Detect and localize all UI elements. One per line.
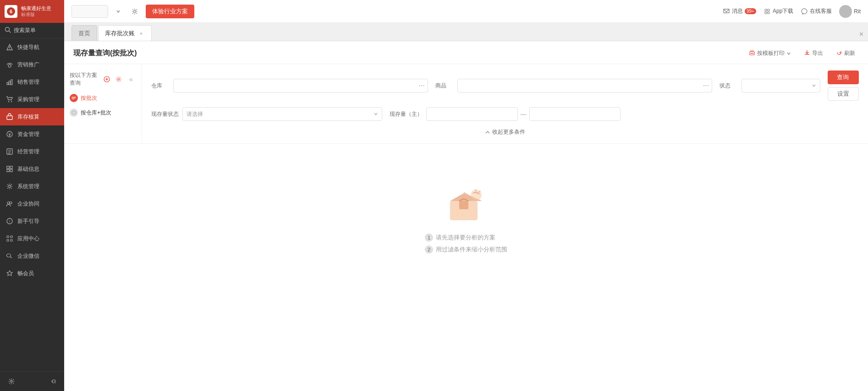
query-button[interactable]: 查询 xyxy=(828,71,859,84)
quick-nav-icon xyxy=(5,43,14,51)
product-input[interactable] xyxy=(461,82,701,89)
product-input-wrapper[interactable]: ··· xyxy=(457,79,712,92)
svg-point-12 xyxy=(11,101,12,102)
refresh-btn[interactable]: 刷新 xyxy=(832,48,859,59)
svg-point-35 xyxy=(11,380,12,382)
export-icon xyxy=(804,49,810,57)
sidebar-item-ops[interactable]: 经营管理 xyxy=(0,143,64,160)
svg-rect-13 xyxy=(7,116,12,119)
system-icon xyxy=(5,182,14,190)
tip-num-1: 1 xyxy=(425,234,433,242)
collapse-sidebar-btn[interactable] xyxy=(47,375,59,387)
sidebar-item-purchase[interactable]: 采购管理 xyxy=(0,91,64,108)
finance-icon: ¥ xyxy=(5,130,14,138)
user-avatar-btn[interactable]: Rit xyxy=(839,5,861,18)
inventory-status-field: 现存量状态 请选择 xyxy=(151,107,382,121)
warehouse-dots-icon[interactable]: ··· xyxy=(419,82,425,89)
wechat-icon xyxy=(5,252,14,260)
tab-home-label: 首页 xyxy=(78,29,90,38)
app-download-btn[interactable]: App下载 xyxy=(764,7,793,15)
sidebar-item-inventory[interactable]: 库存核算 xyxy=(0,108,64,125)
sidebar-item-wechat[interactable]: 企业微信 xyxy=(0,247,64,265)
topbar-dropdown-btn[interactable] xyxy=(113,6,124,17)
scheme-icon-batch xyxy=(70,94,78,102)
warehouse-input-wrapper[interactable]: ··· xyxy=(173,79,428,92)
marketing-icon xyxy=(5,60,14,69)
refresh-icon xyxy=(836,49,842,57)
tip-text-1: 请先选择要分析的方案 xyxy=(436,234,495,242)
newbie-icon: ! xyxy=(5,217,14,225)
tip-text-2: 用过滤条件来缩小分析范围 xyxy=(436,245,507,254)
inventory-status-label: 现存量状态 xyxy=(151,110,179,118)
sidebar-label: 销售管理 xyxy=(17,78,39,86)
tip-num-2: 2 xyxy=(425,245,433,254)
sidebar-item-search[interactable]: 搜索菜单 xyxy=(0,23,64,38)
tab-home[interactable]: 首页 xyxy=(71,25,97,41)
collapse-more-btn[interactable]: 收起更多条件 xyxy=(151,125,859,137)
messages-badge: 99+ xyxy=(745,8,756,14)
sidebar-item-newbie[interactable]: ! 新手引导 xyxy=(0,212,64,230)
status-dropdown[interactable] xyxy=(742,79,820,92)
enterprise-icon xyxy=(5,200,14,208)
sidebar-label: 企业微信 xyxy=(17,252,39,260)
svg-point-37 xyxy=(134,10,136,12)
product-dots-icon[interactable]: ··· xyxy=(703,82,709,89)
export-btn[interactable]: 导出 xyxy=(800,48,827,59)
messages-btn[interactable]: 消息 99+ xyxy=(723,7,756,15)
online-service-label: 在线客服 xyxy=(810,7,832,15)
refresh-label: 刷新 xyxy=(844,49,855,57)
purchase-icon xyxy=(5,95,14,103)
tab-batch-account[interactable]: 库存批次账 × xyxy=(98,25,152,41)
settings-footer-btn[interactable] xyxy=(5,375,17,387)
tabbar: 首页 库存批次账 × × xyxy=(64,23,868,41)
add-scheme-btn[interactable] xyxy=(102,75,111,84)
sidebar-item-quick-nav[interactable]: 快捷导航 xyxy=(0,38,64,56)
collapse-filter-btn[interactable]: « xyxy=(126,74,136,84)
sidebar-footer xyxy=(0,371,64,391)
sidebar-item-marketing[interactable]: 营销推广 xyxy=(0,56,64,73)
page-actions: 按模板打印 导出 刷新 xyxy=(745,48,859,59)
sidebar-item-enterprise[interactable]: 企业协同 xyxy=(0,195,64,212)
sidebar-label: 应用中心 xyxy=(17,235,39,243)
svg-text:6: 6 xyxy=(10,9,12,14)
topbar-search-input[interactable] xyxy=(71,5,108,18)
sidebar-item-basic[interactable]: 基础信息 xyxy=(0,160,64,178)
app-version: 标准版 xyxy=(21,11,51,18)
sidebar-item-finance[interactable]: ¥ 资金管理 xyxy=(0,125,64,143)
scheme-settings-btn[interactable] xyxy=(114,75,123,84)
sidebar-label: 营销推广 xyxy=(17,61,39,69)
inventory-qty-range: — xyxy=(426,107,621,121)
print-dropdown-icon xyxy=(786,51,791,56)
sidebar-header: 6 畅康通好生意 标准版 xyxy=(0,0,64,23)
scheme-by-warehouse-batch[interactable]: 按仓库+批次 xyxy=(64,105,142,120)
inventory-qty-label: 现存量（主） xyxy=(390,110,423,118)
sidebar-item-system[interactable]: 系统管理 xyxy=(0,178,64,195)
empty-tips-list: 1 请先选择要分析的方案 2 用过滤条件来缩小分析范围 xyxy=(425,234,507,254)
filter-panel: 按以下方案查询 « 按批次 xyxy=(64,64,868,144)
settings-button[interactable]: 设置 xyxy=(828,87,859,101)
svg-marker-34 xyxy=(7,271,12,276)
print-template-btn[interactable]: 按模板打印 xyxy=(745,48,795,59)
svg-line-3 xyxy=(9,31,11,33)
status-dropdown-icon xyxy=(812,83,816,88)
svg-point-24 xyxy=(9,185,11,188)
sidebar-label: 资金管理 xyxy=(17,130,39,138)
topbar-input-area xyxy=(71,5,108,18)
tab-close-btn[interactable]: × xyxy=(137,30,145,37)
sidebar-item-app-center[interactable]: 应用中心 xyxy=(0,230,64,247)
svg-rect-10 xyxy=(11,80,12,85)
sidebar-label: 经营管理 xyxy=(17,148,39,156)
scheme-by-batch[interactable]: 按批次 xyxy=(64,91,142,105)
sidebar-item-sales[interactable]: 销售管理 xyxy=(0,73,64,91)
svg-rect-38 xyxy=(765,9,767,11)
inventory-qty-to[interactable] xyxy=(529,107,621,121)
trial-button[interactable]: 体验行业方案 xyxy=(146,5,194,18)
online-service-btn[interactable]: 在线客服 xyxy=(801,7,832,15)
topbar-gear-btn[interactable] xyxy=(128,5,141,18)
inventory-status-select[interactable]: 请选择 xyxy=(182,107,382,121)
svg-text:!: ! xyxy=(9,219,11,224)
inventory-qty-from[interactable] xyxy=(426,107,518,121)
tabbar-close-btn[interactable]: × xyxy=(859,30,863,38)
sidebar-item-member[interactable]: 畅会员 xyxy=(0,265,64,282)
warehouse-input[interactable] xyxy=(176,82,417,89)
